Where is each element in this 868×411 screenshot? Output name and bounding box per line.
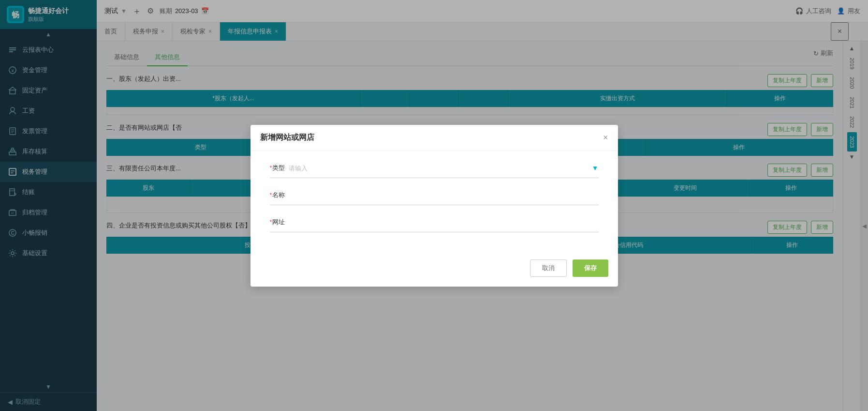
dropdown-icon[interactable]: ▼ xyxy=(592,164,599,172)
dialog-overlay: 新增网站或网店 × *类型 ▼ *名称 xyxy=(0,0,868,411)
save-btn[interactable]: 保存 xyxy=(573,259,608,277)
type-input[interactable] xyxy=(289,163,592,174)
url-required: * xyxy=(270,218,272,226)
type-required: * xyxy=(270,164,272,171)
name-label: *名称 xyxy=(270,191,285,199)
form-field-name: *名称 xyxy=(270,190,599,205)
dialog-body: *类型 ▼ *名称 *网址 xyxy=(250,151,618,252)
form-row-name: *名称 xyxy=(270,190,599,205)
name-input[interactable] xyxy=(289,190,599,201)
dialog-footer: 取消 保存 xyxy=(250,252,618,287)
dialog-close-btn[interactable]: × xyxy=(603,133,608,143)
type-label: *类型 xyxy=(270,164,285,172)
form-field-type: *类型 ▼ xyxy=(270,163,599,178)
add-website-dialog: 新增网站或网店 × *类型 ▼ *名称 xyxy=(250,125,618,287)
dialog-title: 新增网站或网店 xyxy=(260,133,314,143)
name-required: * xyxy=(270,191,272,198)
url-label: *网址 xyxy=(270,218,285,227)
dialog-header: 新增网站或网店 × xyxy=(250,125,618,151)
form-field-url: *网址 xyxy=(270,217,599,232)
url-input[interactable] xyxy=(289,217,599,228)
form-row-url: *网址 xyxy=(270,217,599,232)
form-row-type: *类型 ▼ xyxy=(270,163,599,178)
cancel-btn[interactable]: 取消 xyxy=(530,259,567,277)
